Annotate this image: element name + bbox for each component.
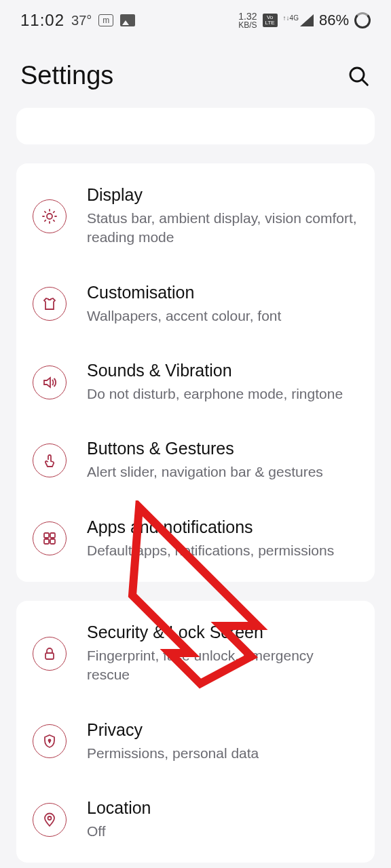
settings-item-title: Location	[87, 798, 358, 818]
settings-item-sounds[interactable]: Sounds & Vibration Do not disturb, earph…	[16, 343, 375, 421]
settings-item-title: Sounds & Vibration	[87, 361, 358, 380]
settings-item-location[interactable]: Location Off	[16, 781, 375, 859]
shield-icon	[33, 724, 67, 758]
settings-item-title: Security & Lock Screen	[87, 623, 358, 642]
lock-icon	[33, 637, 67, 671]
svg-rect-14	[50, 539, 55, 544]
svg-line-1	[362, 80, 367, 85]
settings-item-security[interactable]: Security & Lock Screen Fingerprint, face…	[16, 605, 375, 703]
signal-icon: ↑↓4G	[283, 14, 314, 26]
svg-point-16	[49, 740, 51, 742]
svg-rect-15	[45, 653, 54, 659]
gallery-icon	[120, 14, 135, 26]
shirt-icon	[33, 287, 67, 321]
settings-item-subtitle: Wallpapers, accent colour, font	[87, 307, 358, 326]
svg-rect-11	[44, 533, 49, 538]
settings-group-partial-top	[16, 108, 375, 144]
settings-item-title: Customisation	[87, 283, 358, 302]
settings-item-subtitle: Default apps, notifications, permissions	[87, 541, 358, 560]
settings-item-subtitle: Do not disturb, earphone mode, ringtone	[87, 384, 358, 403]
search-button[interactable]	[346, 64, 371, 88]
svg-point-2	[47, 214, 52, 219]
settings-item-subtitle: Off	[87, 822, 358, 841]
svg-line-8	[54, 220, 54, 221]
settings-item-display[interactable]: Display Status bar, ambient display, vis…	[16, 167, 375, 265]
data-speed-indicator: 1.32 KB/S	[238, 12, 257, 29]
svg-rect-12	[50, 533, 55, 538]
svg-rect-13	[44, 539, 49, 544]
battery-percentage: 86%	[319, 12, 349, 29]
settings-item-privacy[interactable]: Privacy Permissions, personal data	[16, 703, 375, 781]
pin-icon	[33, 803, 67, 837]
settings-item-apps[interactable]: Apps and notifications Default apps, not…	[16, 500, 375, 578]
battery-ring-icon	[354, 12, 371, 28]
settings-item-customisation[interactable]: Customisation Wallpapers, accent colour,…	[16, 265, 375, 343]
settings-item-title: Buttons & Gestures	[87, 439, 358, 458]
search-icon	[348, 65, 369, 87]
settings-item-title: Display	[87, 185, 358, 205]
status-clock: 11:02	[20, 11, 64, 30]
settings-item-title: Privacy	[87, 720, 358, 740]
settings-item-subtitle: Alert slider, navigation bar & gestures	[87, 462, 358, 481]
settings-group-2: Security & Lock Screen Fingerprint, face…	[16, 601, 375, 863]
status-bar: 11:02 37° m 1.32 KB/S VoLTE ↑↓4G 86%	[0, 0, 391, 41]
touch-icon	[33, 443, 67, 477]
settings-item-title: Apps and notifications	[87, 517, 358, 537]
settings-item-buttons[interactable]: Buttons & Gestures Alert slider, navigat…	[16, 421, 375, 499]
settings-item-subtitle: Fingerprint, face unlock, emergency resc…	[87, 646, 358, 685]
status-temperature: 37°	[71, 13, 92, 28]
sound-icon	[33, 366, 67, 399]
svg-line-10	[54, 212, 54, 212]
settings-group-1: Display Status bar, ambient display, vis…	[16, 163, 375, 582]
svg-point-18	[48, 816, 52, 820]
volte-icon: VoLTE	[263, 14, 278, 27]
brightness-icon	[33, 199, 67, 233]
svg-line-9	[45, 220, 45, 221]
page-title: Settings	[20, 61, 113, 90]
page-header: Settings	[0, 41, 391, 109]
settings-item-subtitle: Permissions, personal data	[87, 744, 358, 763]
app-badge-icon: m	[98, 14, 113, 26]
svg-line-7	[45, 212, 45, 212]
grid-icon	[33, 521, 67, 555]
settings-item-subtitle: Status bar, ambient display, vision comf…	[87, 209, 358, 248]
